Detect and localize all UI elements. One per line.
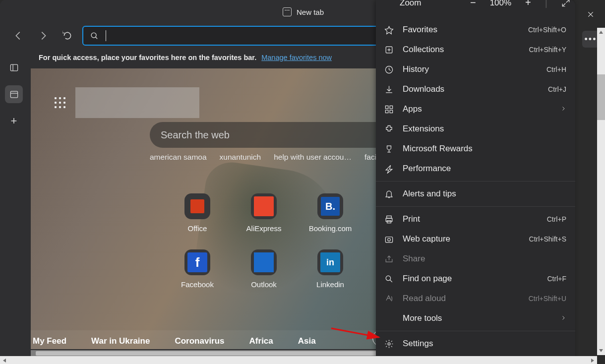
refresh-button[interactable] (62, 31, 72, 41)
blank-icon (384, 313, 394, 323)
trending-searches: american samoa xunantunich help with use… (150, 153, 395, 162)
menu-history[interactable]: HistoryCtrl+H (376, 60, 575, 79)
menu-separator (376, 331, 575, 331)
more-actions-button[interactable]: ••• (582, 31, 599, 48)
svg-marker-37 (599, 31, 603, 34)
svg-rect-2 (10, 64, 17, 71)
zoom-value: 100% (490, 0, 511, 8)
zoom-row: Zoom − 100% + | (376, 0, 575, 17)
svg-line-1 (96, 37, 98, 39)
menu-extensions[interactable]: Extensions (376, 119, 575, 139)
svg-point-28 (386, 276, 391, 281)
menu-readaloud: Read aloudCtrl+Shift+U (376, 289, 575, 308)
zoom-label: Zoom (400, 0, 421, 8)
menu-print[interactable]: PrintCtrl+P (376, 209, 575, 229)
menu-alerts[interactable]: Alerts and tips (376, 184, 575, 204)
menu-webcapture[interactable]: Web captureCtrl+Shift+S (376, 229, 575, 249)
search-icon (90, 32, 99, 40)
readaloud-icon (384, 294, 394, 303)
feed-tab[interactable]: War in Ukraine (91, 336, 150, 346)
bell-icon (384, 189, 394, 199)
tab-sidebar: + (0, 50, 28, 130)
gear-icon (384, 339, 394, 349)
menu-moretools[interactable]: More tools (376, 308, 575, 328)
zoom-out-button[interactable]: − (470, 0, 476, 8)
menu-downloads[interactable]: DownloadsCtrl+J (376, 79, 575, 99)
menu-rewards[interactable]: Microsoft Rewards (376, 139, 575, 159)
favorites-hint: For quick access, place your favorites h… (39, 54, 256, 61)
trending-item[interactable]: help with user accou… (274, 153, 352, 162)
tab-icon (283, 7, 292, 16)
performance-icon (384, 164, 394, 174)
menu-separator (376, 206, 575, 207)
menu-performance[interactable]: Performance (376, 159, 575, 179)
menu-separator (376, 181, 575, 182)
trending-item[interactable]: xunantunich (220, 153, 261, 162)
svg-rect-17 (385, 110, 388, 113)
feed-tab[interactable]: Coronavirus (175, 336, 224, 346)
svg-rect-4 (10, 91, 17, 98)
menu-favorites[interactable]: FavoritesCtrl+Shift+O (376, 20, 575, 40)
svg-marker-39 (3, 359, 6, 363)
tile-label: Linkedin (316, 280, 344, 289)
apps-icon (384, 104, 394, 114)
feed-tab[interactable]: Africa (249, 336, 273, 346)
share-icon (384, 254, 394, 264)
svg-point-31 (388, 343, 390, 345)
search-web-placeholder: Search the web (161, 129, 230, 141)
tile-outlook[interactable]: Outlook (231, 249, 297, 289)
tile-label: AliExpress (246, 224, 282, 233)
tile-label: Facebook (181, 280, 214, 289)
forward-button[interactable] (38, 30, 49, 41)
text-cursor (106, 30, 106, 41)
menu-apps[interactable]: Apps (376, 99, 575, 119)
tile-booking[interactable]: B.Booking.com (298, 193, 363, 233)
tile-aliexpress[interactable]: AliExpress (231, 193, 297, 233)
chevron-right-icon (560, 313, 566, 323)
close-button[interactable] (584, 8, 597, 21)
vertical-tabs-button[interactable] (5, 85, 23, 103)
tile-office[interactable]: Office (165, 193, 230, 233)
svg-rect-22 (386, 216, 391, 218)
svg-rect-16 (390, 106, 393, 109)
svg-point-0 (91, 33, 96, 38)
history-icon (384, 64, 394, 74)
tile-label: Outlook (251, 280, 277, 289)
menu-settings[interactable]: Settings (376, 334, 575, 354)
svg-line-29 (390, 280, 392, 282)
outer-horizontal-scrollbar[interactable] (0, 356, 597, 364)
fullscreen-icon[interactable] (561, 0, 570, 7)
svg-rect-15 (385, 106, 388, 109)
new-tab-button[interactable]: + (5, 112, 23, 130)
rewards-icon (384, 144, 394, 154)
trending-item[interactable]: american samoa (150, 153, 207, 162)
capture-icon (384, 234, 394, 244)
svg-marker-38 (599, 349, 603, 352)
menu-find[interactable]: Find on pageCtrl+F (376, 269, 575, 289)
menu-collections[interactable]: CollectionsCtrl+Shift+Y (376, 40, 575, 60)
svg-rect-24 (387, 220, 391, 223)
app-launcher-icon[interactable] (55, 97, 68, 111)
feed-tab[interactable]: Asia (298, 336, 316, 346)
find-icon (384, 274, 394, 284)
chevron-right-icon (560, 104, 566, 114)
back-button[interactable] (13, 30, 24, 41)
logo-placeholder (75, 87, 199, 118)
svg-marker-8 (385, 26, 393, 34)
tile-facebook[interactable]: fFacebook (165, 249, 230, 289)
tile-linkedin[interactable]: inLinkedin (298, 249, 363, 289)
menu-share: Share (376, 249, 575, 269)
tab-actions-button[interactable] (5, 59, 23, 76)
svg-line-7 (562, 3, 565, 6)
collections-icon (384, 45, 394, 55)
extensions-icon (384, 124, 394, 134)
tab-title: New tab (297, 8, 324, 16)
zoom-in-button[interactable]: + (525, 0, 531, 8)
tile-label: Booking.com (309, 224, 352, 233)
svg-rect-25 (385, 237, 392, 242)
outer-vertical-scrollbar[interactable] (597, 28, 605, 355)
manage-favorites-link[interactable]: Manage favorites now (261, 54, 332, 61)
feed-tab[interactable]: My Feed (33, 336, 66, 346)
search-web-input[interactable]: Search the web (150, 122, 408, 148)
download-icon (384, 84, 394, 94)
